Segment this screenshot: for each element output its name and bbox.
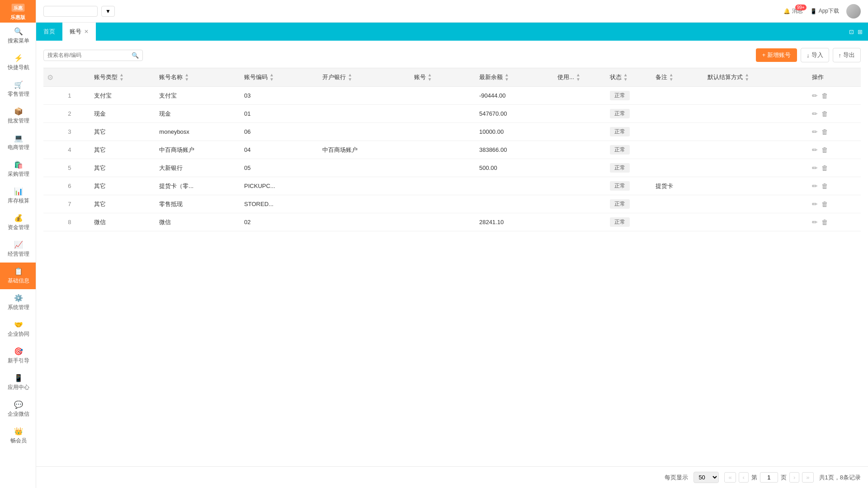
row-account-no-0 [410,87,476,105]
table-row: 5 其它 大新银行 05 500.00 正常 ✏ 🗑 [43,159,861,177]
col-account-no[interactable]: 账号 ▲▼ [410,68,476,87]
first-page-btn[interactable]: « [724,472,736,483]
col-usage[interactable]: 使用... ▲▼ [554,68,606,87]
tab-expand-area: ⊡ ⊞ [849,28,868,35]
row-default-settlement-5 [704,177,808,195]
delete-btn-5[interactable]: 🗑 [821,182,828,190]
row-account-name-7: 微信 [156,213,241,231]
tab-home[interactable]: 首页 [36,23,62,41]
row-actions-3: ✏ 🗑 [808,141,861,159]
sidebar-item-ecommerce-mgmt[interactable]: 💻 电商管理 [0,129,36,156]
sidebar-item-enterprise-agreement[interactable]: 🤝 企业协同 [0,316,36,343]
delete-btn-2[interactable]: 🗑 [821,128,828,136]
row-latest-balance-0: -90444.00 [476,87,554,105]
col-latest-balance-label: 最新余额 [479,73,503,81]
row-index-3: 4 [64,141,90,159]
delete-btn-3[interactable]: 🗑 [821,146,828,154]
edit-btn-0[interactable]: ✏ [812,92,818,100]
row-default-settlement-4 [704,159,808,177]
last-page-btn[interactable]: » [802,472,813,483]
sidebar-item-purchase-mgmt[interactable]: 🛍️ 采购管理 [0,156,36,183]
app-download-btn[interactable]: 📱 App下载 [810,7,839,15]
header-dropdown-btn[interactable]: ▼ [101,6,115,17]
edit-btn-7[interactable]: ✏ [812,218,818,226]
prev-page-btn[interactable]: ‹ [739,472,749,483]
row-account-code-3: 04 [241,141,319,159]
sidebar-item-operations-mgmt[interactable]: 📈 经营管理 [0,236,36,263]
sidebar-item-newbie-guide[interactable]: 🎯 新手引导 [0,343,36,369]
col-settings: ⚙ [43,68,64,87]
sidebar-item-retail-mgmt[interactable]: 🛒 零售管理 [0,76,36,103]
sidebar-item-basic-info[interactable]: 📋 基础信息 [0,263,36,289]
edit-btn-5[interactable]: ✏ [812,182,818,190]
sidebar-item-inventory[interactable]: 📊 库存核算 [0,183,36,209]
expand-icon[interactable]: ⊞ [858,28,863,35]
tab-bar: 首页 账号 ✕ ⊡ ⊞ [36,23,868,41]
sidebar-item-wholesale-mgmt[interactable]: 📦 批发管理 [0,103,36,129]
sidebar-item-app-center[interactable]: 📱 应用中心 [0,369,36,396]
delete-btn-6[interactable]: 🗑 [821,200,828,208]
sidebar-item-system-mgmt[interactable]: ⚙️ 系统管理 [0,289,36,316]
sidebar-icon-enterprise-agreement: 🤝 [14,320,23,329]
edit-btn-2[interactable]: ✏ [812,128,818,136]
table-row: 2 现金 现金 01 547670.00 正常 ✏ 🗑 [43,105,861,123]
sidebar-icon-enterprise-wechat: 💬 [14,400,23,409]
col-latest-balance[interactable]: 最新余额 ▲▼ [476,68,554,87]
sidebar-item-quick-nav[interactable]: ⚡ 快捷导航 [0,49,36,76]
header-search-input[interactable] [43,6,98,17]
col-default-settlement[interactable]: 默认结算方式 ▲▼ [704,68,808,87]
user-avatar[interactable] [846,4,861,19]
sort-account-type-icon: ▲▼ [119,73,124,82]
import-button[interactable]: ↓ 导入 [801,48,829,62]
sidebar-item-search-menu[interactable]: 🔍 搜索菜单 [0,23,36,49]
edit-btn-3[interactable]: ✏ [812,146,818,154]
col-account-code[interactable]: 账号编码 ▲▼ [241,68,319,87]
row-usage-2 [554,123,606,141]
per-page-select[interactable]: 50 20 100 [693,472,719,483]
col-status[interactable]: 状态 ▲▼ [606,68,652,87]
export-button[interactable]: ↑ 导出 [833,48,861,62]
row-latest-balance-7: 28241.10 [476,213,554,231]
page-number-input[interactable] [760,472,778,483]
table-settings-icon[interactable]: ⚙ [47,74,53,81]
row-remark-3 [652,141,704,159]
row-account-no-1 [410,105,476,123]
sidebar-icon-app-center: 📱 [14,374,23,382]
row-index-4: 5 [64,159,90,177]
row-account-type-4: 其它 [90,159,156,177]
sidebar-item-enterprise-wechat[interactable]: 💬 企业微信 [0,396,36,422]
row-actions-0: ✏ 🗑 [808,87,861,105]
delete-btn-4[interactable]: 🗑 [821,164,828,172]
svg-text:乐惠: 乐惠 [14,5,23,10]
add-account-button[interactable]: + 新增账号 [756,48,797,62]
delete-btn-0[interactable]: 🗑 [821,92,828,99]
minimize-icon[interactable]: ⊡ [849,28,854,35]
tab-accounts[interactable]: 账号 ✕ [62,23,96,41]
sidebar-item-capital-mgmt[interactable]: 💰 资金管理 [0,209,36,236]
tab-accounts-close-icon[interactable]: ✕ [84,28,89,35]
edit-btn-4[interactable]: ✏ [812,164,818,172]
row-account-name-2: moneybosx [156,123,241,141]
row-actions-6: ✏ 🗑 [808,195,861,213]
col-opening-bank[interactable]: 开户银行 ▲▼ [319,68,410,87]
row-status-4: 正常 [606,159,652,177]
delete-btn-1[interactable]: 🗑 [821,110,828,117]
row-account-name-5: 提货卡（零... [156,177,241,195]
row-usage-1 [554,105,606,123]
sidebar-label-retail-mgmt: 零售管理 [8,90,29,98]
delete-btn-7[interactable]: 🗑 [821,218,828,226]
row-actions-5: ✏ 🗑 [808,177,861,195]
row-latest-balance-2: 10000.00 [476,123,554,141]
edit-btn-6[interactable]: ✏ [812,200,818,208]
col-remark[interactable]: 备注 ▲▼ [652,68,704,87]
notification-btn[interactable]: 🔔 消息 99+ [783,7,803,15]
search-input[interactable] [47,52,132,58]
accounts-table: ⚙ 账号类型 ▲▼ 账号名称 ▲▼ [43,68,861,231]
col-account-name[interactable]: 账号名称 ▲▼ [156,68,241,87]
sidebar-item-vip-member[interactable]: 👑 畅会员 [0,422,36,449]
next-page-btn[interactable]: › [789,472,799,483]
page-total: 共1页，8条记录 [819,474,861,482]
edit-btn-1[interactable]: ✏ [812,110,818,118]
col-account-type[interactable]: 账号类型 ▲▼ [90,68,156,87]
row-default-settlement-7 [704,213,808,231]
